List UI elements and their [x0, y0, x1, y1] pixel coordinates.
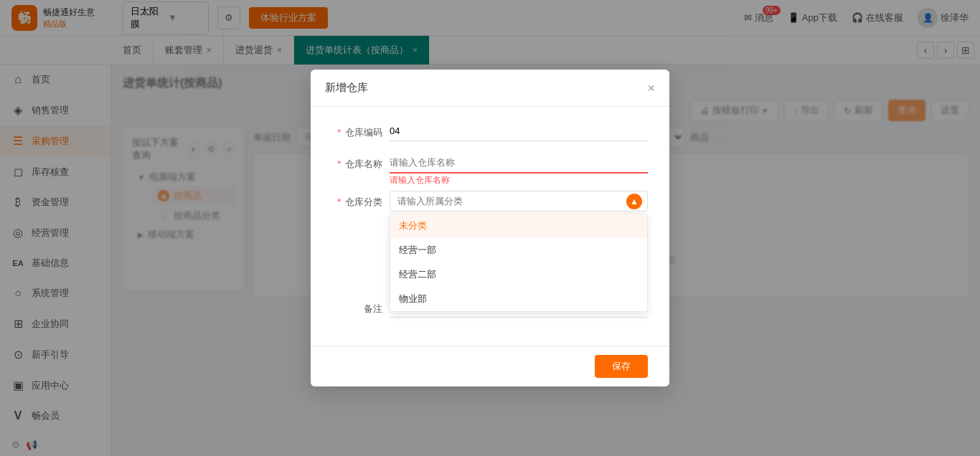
save-button[interactable]: 保存	[595, 355, 648, 378]
name-label-text: 仓库名称	[345, 158, 382, 169]
category-label: * 仓库分类	[332, 191, 390, 209]
modal-title: 新增仓库	[325, 81, 368, 95]
warehouse-name-input[interactable]	[390, 153, 648, 174]
dropdown-item-dept1[interactable]: 经营一部	[390, 238, 647, 262]
name-error-message: 请输入仓库名称	[390, 174, 450, 186]
category-label-text: 仓库分类	[345, 196, 382, 207]
category-toggle-button[interactable]: ▲	[626, 194, 642, 209]
notes-label-text: 备注	[364, 303, 382, 314]
required-star-code: *	[337, 127, 341, 138]
warehouse-code-input[interactable]	[390, 121, 648, 141]
required-star-name: *	[337, 158, 341, 169]
category-field-wrap: ▲ 未分类 经营一部 经营二部 物业部	[390, 191, 648, 212]
name-label: * 仓库名称	[332, 153, 390, 171]
modal-overlay[interactable]: 新增仓库 × * 仓库编码 * 仓库名称 请输入仓库名称	[0, 0, 980, 456]
modal-header: 新增仓库 ×	[311, 70, 669, 107]
modal-footer: 保存	[311, 346, 669, 386]
code-label: * 仓库编码	[332, 121, 390, 139]
warehouse-category-row: * 仓库分类 ▲ 未分类 经营一部 经营二部 物业部	[332, 191, 648, 212]
dropdown-item-dept3[interactable]: 物业部	[390, 287, 647, 311]
warehouse-name-row: * 仓库名称 请输入仓库名称	[332, 153, 648, 174]
code-label-text: 仓库编码	[345, 127, 382, 138]
modal-close-button[interactable]: ×	[647, 82, 655, 95]
dropdown-item-dept2[interactable]: 经营二部	[390, 262, 647, 287]
category-dropdown: 未分类 经营一部 经营二部 物业部	[390, 213, 648, 312]
add-warehouse-modal: 新增仓库 × * 仓库编码 * 仓库名称 请输入仓库名称	[311, 70, 669, 386]
notes-label: 备注	[332, 298, 390, 315]
warehouse-code-row: * 仓库编码	[332, 121, 648, 141]
dropdown-item-uncategorized[interactable]: 未分类	[390, 214, 647, 238]
modal-body: * 仓库编码 * 仓库名称 请输入仓库名称 *	[311, 107, 669, 343]
category-input[interactable]	[390, 191, 648, 212]
required-star-category: *	[337, 196, 341, 207]
